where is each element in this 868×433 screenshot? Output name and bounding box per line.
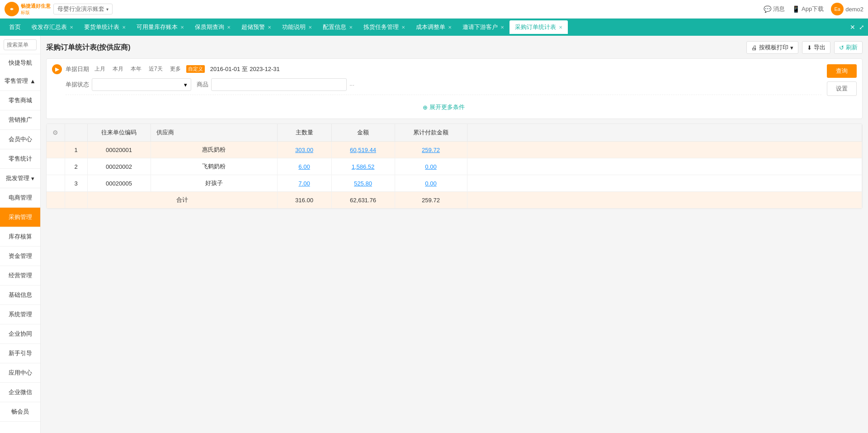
user-area[interactable]: Ea demo2: [831, 3, 863, 15]
sidebar-item-member-center[interactable]: 会员中心: [0, 130, 40, 149]
expand-filter-btn[interactable]: ⊕ 展开更多条件: [66, 101, 821, 113]
tab-goods-stat[interactable]: 要货单统计表 ✕: [79, 20, 131, 34]
brand-bar: 畅捷通好生意 标版 母婴行业演示账套 ▾ 💬 消息 📱 App下载 Ea dem…: [0, 0, 868, 19]
nav-close-all-icon[interactable]: ✕: [850, 24, 855, 31]
sidebar-item-operation[interactable]: 经营管理: [0, 266, 40, 285]
th-settings[interactable]: ⚙: [47, 124, 65, 142]
footer-paid: 259.72: [395, 192, 467, 209]
date-range-display: 2016-01-01 至 2023-12-31: [210, 65, 280, 73]
refresh-btn[interactable]: ↺ 刷新: [834, 41, 863, 54]
shortcut-this-month[interactable]: 本月: [110, 64, 126, 74]
td-qty[interactable]: 7.00: [277, 175, 331, 192]
query-btn[interactable]: 查询: [827, 64, 857, 78]
tab-close-icon[interactable]: ✕: [70, 25, 73, 30]
page-title: 采购订单统计表(按供应商): [46, 43, 131, 52]
print-arrow-icon: ▾: [790, 44, 793, 51]
sidebar-item-vip[interactable]: 畅会员: [0, 402, 40, 422]
tab-purchase-stat[interactable]: 采购订单统计表 ✕: [509, 20, 568, 34]
td-amount[interactable]: 60,519.44: [331, 142, 395, 158]
sidebar-item-corp-wechat[interactable]: 企业微信: [0, 383, 40, 402]
expand-arrow-icon: ⊕: [423, 104, 428, 111]
tab-pick-task[interactable]: 拣货任务管理 ✕: [358, 20, 410, 34]
table-settings-icon[interactable]: ⚙: [52, 129, 58, 136]
sidebar-item-ecommerce[interactable]: 电商管理: [0, 188, 40, 208]
logo-area: 畅捷通好生意 标版: [5, 2, 51, 16]
nav-expand-icon[interactable]: ⤢: [859, 24, 864, 31]
sidebar-item-basic-info[interactable]: 基础信息: [0, 285, 40, 305]
tab-close-icon[interactable]: ✕: [448, 25, 452, 30]
tab-close-icon[interactable]: ✕: [349, 25, 353, 30]
shortcut-this-year[interactable]: 本年: [128, 64, 144, 74]
sidebar-item-marketing[interactable]: 营销推广: [0, 110, 40, 130]
export-btn[interactable]: ⬇ 导出: [802, 41, 830, 54]
sidebar-item-inventory[interactable]: 库存核算: [0, 227, 40, 247]
setting-btn[interactable]: 设置: [827, 81, 857, 96]
tab-close-icon[interactable]: ✕: [500, 25, 504, 30]
workspace-selector[interactable]: 母婴行业演示账套 ▾: [53, 4, 113, 14]
sidebar-item-retail-manage[interactable]: 零售管理 ▲: [0, 71, 40, 91]
td-extra: [467, 142, 862, 158]
table-row: 2 00020002 飞鹤奶粉 6.00 1,586.52 0.00: [47, 158, 862, 175]
footer-extra: [467, 192, 862, 209]
sidebar-item-wholesale[interactable]: 批发管理 ▾: [0, 169, 40, 188]
sidebar-item-retail-mall[interactable]: 零售商城: [0, 91, 40, 110]
sidebar-item-retail-stat[interactable]: 零售统计: [0, 149, 40, 169]
sidebar-search-input[interactable]: [4, 39, 37, 50]
tab-collect-pay[interactable]: 收发存汇总表 ✕: [26, 20, 79, 34]
tab-config-info[interactable]: 配置信息 ✕: [317, 20, 358, 34]
sidebar-item-corp-collab[interactable]: 企业协同: [0, 324, 40, 344]
tab-overstock[interactable]: 超储预警 ✕: [236, 20, 277, 34]
tab-close-icon[interactable]: ✕: [268, 25, 271, 30]
shortcut-more[interactable]: 更多: [167, 64, 184, 74]
tab-cost-adjust[interactable]: 成本调整单 ✕: [410, 20, 457, 34]
filter-collapse-btn[interactable]: ▶: [52, 64, 62, 74]
page-actions: 🖨 按模板打印 ▾ ⬇ 导出 ↺ 刷新: [746, 41, 863, 54]
td-settings: [47, 142, 65, 158]
tab-close-icon[interactable]: ✕: [180, 25, 184, 30]
td-settings: [47, 175, 65, 192]
td-code: 00020005: [87, 175, 151, 192]
filter-area: ▶ 单据日期 上月 本月 本年 近7天 更多 自定义: [46, 58, 863, 119]
td-paid[interactable]: 0.00: [395, 158, 467, 175]
main-content: 采购订单统计表(按供应商) 🖨 按模板打印 ▾ ⬇ 导出 ↺ 刷新: [41, 36, 868, 433]
custom-date-tag: 自定义: [186, 65, 205, 73]
tab-close-icon[interactable]: ✕: [227, 25, 231, 30]
tab-close-icon[interactable]: ✕: [308, 25, 312, 30]
sidebar-item-quick-nav[interactable]: 快捷导航: [0, 54, 40, 71]
tab-func-desc[interactable]: 功能说明 ✕: [277, 20, 317, 34]
user-avatar: Ea: [831, 3, 844, 15]
logo-icon: [5, 2, 19, 16]
td-amount[interactable]: 525.80: [331, 175, 395, 192]
sidebar-item-system[interactable]: 系统管理: [0, 305, 40, 324]
print-btn[interactable]: 🖨 按模板打印 ▾: [746, 41, 798, 54]
sidebar-search-area: [0, 36, 40, 54]
tab-expire-query[interactable]: 保质期查询 ✕: [189, 20, 236, 34]
message-btn[interactable]: 💬 消息: [764, 5, 785, 13]
td-qty[interactable]: 6.00: [277, 158, 331, 175]
tab-stock-book[interactable]: 可用量库存账本 ✕: [131, 20, 189, 34]
sidebar-item-new-guide[interactable]: 新手引导: [0, 344, 40, 363]
td-supplier: 惠氏奶粉: [151, 142, 277, 158]
td-qty[interactable]: 303.00: [277, 142, 331, 158]
table-row: 1 00020001 惠氏奶粉 303.00 60,519.44 259.72: [47, 142, 862, 158]
app-download-btn[interactable]: 📱 App下载: [792, 5, 824, 13]
td-paid[interactable]: 0.00: [395, 175, 467, 192]
sidebar-item-purchase[interactable]: 采购管理: [0, 208, 40, 227]
td-paid[interactable]: 259.72: [395, 142, 467, 158]
status-select[interactable]: ▾: [92, 78, 191, 91]
tab-home[interactable]: 首页: [4, 20, 26, 34]
shortcut-last-month[interactable]: 上月: [92, 64, 108, 74]
shortcut-7days[interactable]: 近7天: [146, 64, 165, 74]
status-filter: 单据状态 ▾: [66, 78, 191, 91]
tab-close-icon[interactable]: ✕: [401, 25, 405, 30]
goods-input[interactable]: [211, 78, 347, 91]
td-amount[interactable]: 1,586.52: [331, 158, 395, 175]
th-paid: 累计付款金额: [395, 124, 467, 142]
tab-close-icon[interactable]: ✕: [122, 25, 126, 30]
th-code: 往来单位编码: [87, 124, 151, 142]
sidebar-item-finance[interactable]: 资金管理: [0, 247, 40, 266]
tab-close-icon[interactable]: ✕: [559, 25, 562, 30]
goods-more-icon[interactable]: ···: [349, 81, 354, 88]
sidebar-item-app-center[interactable]: 应用中心: [0, 363, 40, 383]
tab-invite-downstream[interactable]: 邀请下游客户 ✕: [457, 20, 509, 34]
